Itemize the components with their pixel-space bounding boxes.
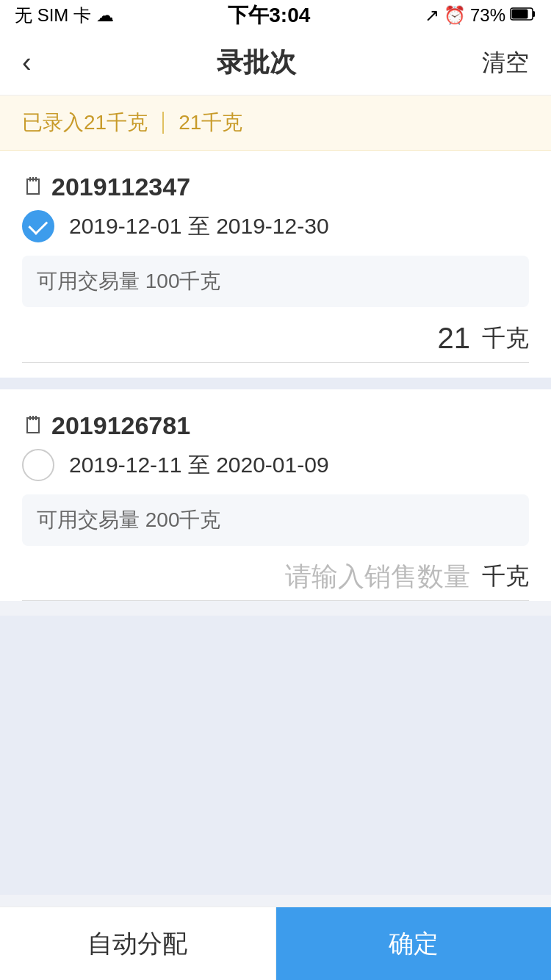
batch1-date: 2019-12-01 至 2019-12-30: [69, 212, 329, 242]
svg-rect-1: [533, 11, 535, 17]
back-button[interactable]: ‹: [22, 47, 32, 79]
confirm-button[interactable]: 确定: [276, 907, 552, 980]
batch1-avail-text: 可用交易量 100千克: [37, 270, 221, 292]
batch2-card: 🗒 2019126781 2019-12-11 至 2020-01-09 可用交…: [0, 389, 551, 601]
batch2-date: 2019-12-11 至 2020-01-09: [69, 450, 329, 480]
section-divider: [0, 378, 551, 389]
batch2-underline: [22, 600, 529, 601]
batch2-quantity-input[interactable]: [22, 561, 470, 592]
batch2-item: 🗒 2019126781 2019-12-11 至 2020-01-09 可用交…: [0, 389, 551, 546]
batch2-avail-box: 可用交易量 200千克: [22, 494, 529, 546]
batch2-doc-icon: 🗒: [22, 412, 46, 439]
batch1-quantity-value: 21: [438, 322, 471, 355]
batch1-radio[interactable]: [22, 210, 54, 242]
batch1-date-row[interactable]: 2019-12-01 至 2019-12-30: [22, 210, 529, 242]
info-banner: 已录入21千克 21千克: [0, 96, 551, 151]
batch2-date-row[interactable]: 2019-12-11 至 2020-01-09: [22, 449, 529, 481]
nav-bar: ‹ 录批次 清空: [0, 31, 551, 96]
batch1-card: 🗒 2019112347 2019-12-01 至 2019-12-30 可用交…: [0, 151, 551, 378]
batch2-radio[interactable]: [22, 449, 54, 481]
batch1-doc-icon: 🗒: [22, 173, 46, 201]
bottom-area: [0, 616, 551, 895]
alarm-icon: ⏰: [444, 5, 466, 26]
battery-text: 73%: [470, 5, 505, 26]
batch1-avail-box: 可用交易量 100千克: [22, 256, 529, 307]
page-title: 录批次: [217, 45, 296, 81]
svg-rect-2: [511, 10, 527, 19]
batch1-quantity-unit: 千克: [482, 323, 529, 355]
battery-icon: [510, 5, 536, 26]
status-time: 下午3:04: [228, 1, 310, 29]
batch1-quantity-row: 21 千克: [0, 307, 551, 362]
batch2-id: 2019126781: [51, 411, 190, 440]
auto-distribute-button[interactable]: 自动分配: [0, 907, 276, 980]
status-right: ↗ ⏰ 73%: [425, 5, 536, 26]
batch2-input-row[interactable]: 千克: [0, 546, 551, 600]
batch1-id-row: 🗒 2019112347: [22, 173, 529, 201]
batch1-id: 2019112347: [51, 173, 190, 201]
footer: 自动分配 确定: [0, 907, 551, 980]
batch2-avail-text: 可用交易量 200千克: [37, 508, 221, 531]
clear-button[interactable]: 清空: [482, 47, 529, 79]
info-divider: [162, 112, 164, 134]
total-label: 21千克: [179, 109, 242, 137]
status-left: 无 SIM 卡 ☁: [15, 4, 114, 27]
status-bar: 无 SIM 卡 ☁ 下午3:04 ↗ ⏰ 73%: [0, 0, 551, 31]
batch1-item: 🗒 2019112347 2019-12-01 至 2019-12-30 可用交…: [0, 151, 551, 307]
no-sim-text: 无 SIM 卡 ☁: [15, 4, 114, 27]
recorded-label: 已录入21千克: [22, 109, 148, 137]
batch2-unit: 千克: [482, 561, 529, 593]
batch2-id-row: 🗒 2019126781: [22, 411, 529, 440]
location-icon: ↗: [425, 5, 439, 26]
